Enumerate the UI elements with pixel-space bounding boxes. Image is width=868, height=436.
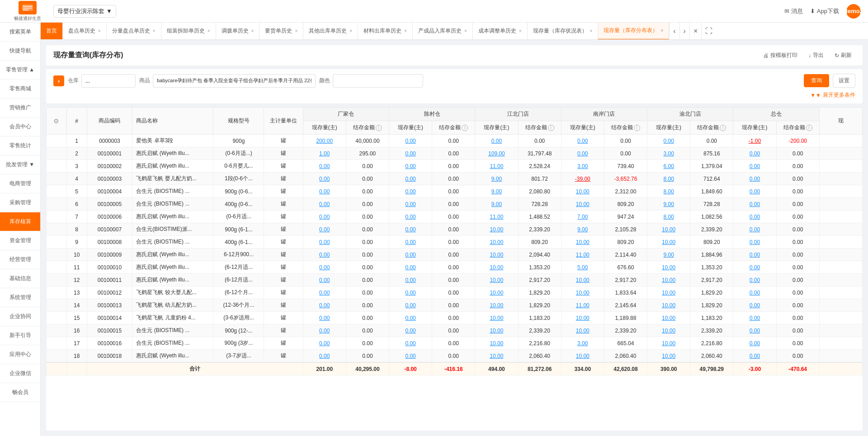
sidebar-item-mall[interactable]: 零售商城 xyxy=(0,80,40,98)
cell-code: 00100010 xyxy=(87,261,132,274)
sidebar-item-operation[interactable]: 经营管理 xyxy=(0,250,40,269)
tab-transfer[interactable]: 调拨单历史 × xyxy=(216,23,260,40)
cell-w2-qty: 0.00 xyxy=(389,299,432,312)
tab-sub-inventory[interactable]: 分量盘点单历史 × xyxy=(107,23,161,40)
sidebar-item-ecommerce[interactable]: 电商管理 xyxy=(0,174,40,193)
tab-material-out[interactable]: 材料出库单历史 × xyxy=(358,23,413,40)
cell-w2-amt: 0.00 xyxy=(432,274,475,286)
tab-bar: 首页 盘点单历史 × 分量盘点单历史 × 组装拆卸单历史 × 调拨单历史 × xyxy=(41,23,868,40)
cell-w2-qty: 0.00 xyxy=(389,261,432,274)
close-tab-3[interactable]: × xyxy=(208,28,210,33)
refresh-icon: ↻ xyxy=(835,52,839,59)
tab-other-out[interactable]: 其他出库单历史 × xyxy=(303,23,358,40)
store-selector[interactable]: 母婴行业演示陈套 ▼ xyxy=(53,5,116,18)
cell-unit: 罐 xyxy=(264,135,303,147)
sidebar-item-marketing[interactable]: 营销推广 xyxy=(0,98,40,117)
cell-w2-amt: 0.00 xyxy=(432,135,475,147)
sidebar-item-basic[interactable]: 基础信息 xyxy=(0,269,40,288)
sidebar-item-guide[interactable]: 新手引导 xyxy=(0,326,40,345)
w5-info-icon[interactable]: i xyxy=(720,125,726,131)
close-tab-5[interactable]: × xyxy=(295,28,297,33)
warehouse-filter: 仓库 xyxy=(68,74,136,88)
sidebar-item-system[interactable]: 系统管理 xyxy=(0,288,40,307)
cell-w2-qty: 0.00 xyxy=(389,324,432,337)
table-row: 14 00100013 飞鹤星飞帆 幼儿配方奶... (12-36个月... 罐… xyxy=(47,299,863,312)
tab-home[interactable]: 首页 xyxy=(41,23,63,40)
close-tab-10[interactable]: × xyxy=(590,28,593,33)
tab-stock-status[interactable]: 现存量（库存状况表） × xyxy=(528,23,599,40)
sidebar-item-wecom[interactable]: 企业微信 xyxy=(0,364,40,383)
refresh-btn[interactable]: ↻ 刷新 xyxy=(831,50,855,61)
cell-total-qty: 0.00 xyxy=(733,299,776,312)
sidebar-item-purchase[interactable]: 采购管理 xyxy=(0,193,40,212)
w4-info-icon[interactable]: i xyxy=(634,125,640,131)
sidebar-item-enterprise[interactable]: 企业协同 xyxy=(0,307,40,326)
product-input[interactable] xyxy=(153,74,316,88)
tab-assembly[interactable]: 组装拆卸单历史 × xyxy=(161,23,216,40)
tab-prev-btn[interactable]: ‹ xyxy=(669,23,679,40)
tab-next-btn[interactable]: › xyxy=(679,23,689,40)
cell-total-qty: 0.00 xyxy=(733,223,776,236)
table-row: 15 00100014 飞鹤星飞帆 儿童奶粉 4... (3-6岁适用... 罐… xyxy=(47,312,863,324)
cell-w1-amt: 0.00 xyxy=(346,198,389,211)
cell-w1-amt: 0.00 xyxy=(346,173,389,185)
tab-cost-adjust[interactable]: 成本调整单历史 × xyxy=(473,23,528,40)
close-tab-4[interactable]: × xyxy=(251,28,254,33)
w3-info-icon[interactable]: i xyxy=(548,125,554,131)
sidebar-item-nav[interactable]: 快捷导航 xyxy=(0,42,40,61)
filter-toggle-btn[interactable]: › xyxy=(53,75,64,86)
avatar[interactable]: demo2 xyxy=(846,4,861,19)
sidebar-item-inventory[interactable]: 库存核算 xyxy=(0,212,40,231)
cell-w5-amt: 1,829.20 xyxy=(690,286,733,299)
cell-w2-amt: 0.00 xyxy=(432,211,475,223)
cell-w5-qty: 0.00 xyxy=(647,135,690,147)
cell-w3-amt: 31,797.48 xyxy=(518,147,561,160)
w2-info-icon[interactable]: i xyxy=(462,125,468,131)
tab-close-all-btn[interactable]: × xyxy=(689,23,701,40)
sidebar-item-appcenter[interactable]: 应用中心 xyxy=(0,345,40,364)
tab-requisition[interactable]: 要货单历史 × xyxy=(259,23,303,40)
cell-code: 00100011 xyxy=(87,274,132,286)
sidebar-item-retail[interactable]: 零售管理 ▲ xyxy=(0,61,40,80)
message-btn[interactable]: ✉ 消息 xyxy=(784,7,803,15)
sidebar-item-wholesale[interactable]: 批发管理 ▼ xyxy=(0,155,40,174)
close-tab-7[interactable]: × xyxy=(404,28,407,33)
tab-stock-dist[interactable]: 现存量（库存分布表） × xyxy=(598,23,669,40)
close-tab-9[interactable]: × xyxy=(519,28,522,33)
settings-button[interactable]: 设置 xyxy=(833,74,855,88)
close-tab-1[interactable]: × xyxy=(98,28,101,33)
table-wrapper[interactable]: ⚙ # 商品编码 商品名称 规格型号 主计量单位 厂家仓 陈村仓 江北门店 xyxy=(46,107,863,431)
warehouse-input[interactable] xyxy=(81,74,136,88)
close-tab-6[interactable]: × xyxy=(349,28,352,33)
total-info-icon[interactable]: i xyxy=(806,125,812,131)
close-tab-11[interactable]: × xyxy=(660,28,663,33)
expand-filter-btn[interactable]: ▼▼ 展开更多条件 xyxy=(810,91,855,99)
export-btn[interactable]: ↓ 导出 xyxy=(805,50,827,61)
color-input[interactable] xyxy=(333,74,423,88)
cell-total-qty: 0.00 xyxy=(733,173,776,185)
app-download-btn[interactable]: ⬇ App下载 xyxy=(810,7,839,15)
cell-w2-qty: 0.00 xyxy=(389,211,432,223)
cell-index: 13 xyxy=(66,286,87,299)
print-btn[interactable]: 🖨 按模板打印 xyxy=(760,50,801,61)
close-tab-8[interactable]: × xyxy=(464,28,467,33)
sidebar-item-search[interactable]: 搜索英单 xyxy=(0,23,40,42)
sidebar-item-retail-stat[interactable]: 零售统计 xyxy=(0,136,40,155)
query-button[interactable]: 查询 xyxy=(804,74,829,87)
tab-inventory-check[interactable]: 盘点单历史 × xyxy=(63,23,107,40)
tab-product-in[interactable]: 产成品入库单历史 × xyxy=(413,23,473,40)
close-tab-2[interactable]: × xyxy=(153,28,156,33)
cell-w3-qty: 9.00 xyxy=(475,198,518,211)
tab-expand-btn[interactable]: ⛶ xyxy=(701,23,716,40)
settings-gear-icon[interactable]: ⚙ xyxy=(53,117,59,125)
cell-w3-qty: 9.00 xyxy=(475,185,518,198)
sidebar-item-member2[interactable]: 畅会员 xyxy=(0,383,40,402)
cell-name: 惠氏启赋 (Wyeth illu... xyxy=(132,147,213,160)
cell-w1-qty: 0.00 xyxy=(303,261,346,274)
w1-info-icon[interactable]: i xyxy=(376,125,382,131)
sidebar-item-finance[interactable]: 资金管理 xyxy=(0,231,40,250)
cell-w1-amt: 0.00 xyxy=(346,236,389,248)
cell-w3-qty: 10.00 xyxy=(475,261,518,274)
sidebar-item-member[interactable]: 会员中心 xyxy=(0,117,40,136)
table-row: 8 00100007 合生元(BIOSTIME)派... 900g (6-1..… xyxy=(47,223,863,236)
